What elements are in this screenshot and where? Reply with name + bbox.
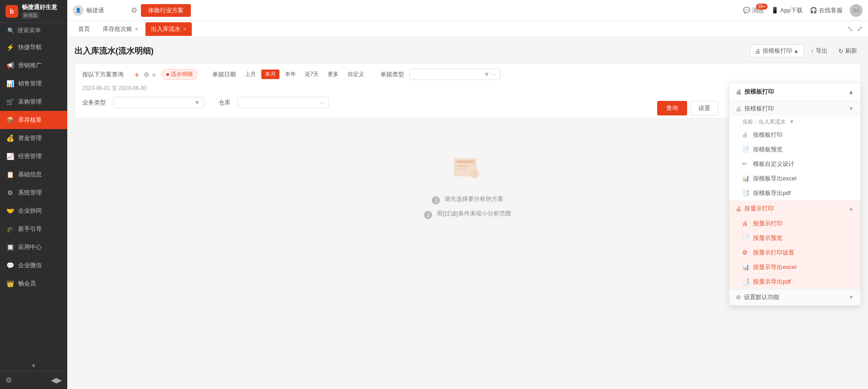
- export-btn[interactable]: ↑ 导出: [808, 45, 832, 57]
- settings-bottom-icon[interactable]: ⚙: [5, 376, 12, 384]
- dp-current-arrow: ▼: [789, 119, 794, 125]
- dp-template-preview-item[interactable]: 📄 按模板预览: [729, 142, 860, 157]
- dp-display-excel-item[interactable]: 📊 按显示导出excel: [729, 260, 860, 274]
- sidebar-item-label: 经营管理: [18, 152, 42, 160]
- dp-display-preview-item[interactable]: 📄 按显示预览: [729, 231, 860, 245]
- dp-template-design-item[interactable]: ✏ 模板自定义设计: [729, 157, 860, 171]
- sidebar-item-label: 企业微信: [18, 261, 42, 269]
- sidebar-item-inventory[interactable]: 📦 库存核算: [0, 111, 67, 129]
- dp-template-pdf-item[interactable]: 📑 按模板导出pdf: [729, 186, 860, 200]
- dp-display-settings-item[interactable]: ⚙ 按显示打印设置: [729, 245, 860, 260]
- message-badge: 99+: [756, 4, 768, 10]
- sidebar-item-basic-info[interactable]: 📋 基础信息: [0, 165, 67, 184]
- doc-type-select[interactable]: ▼ ···: [409, 69, 500, 80]
- sidebar-item-app-center[interactable]: 🔲 应用中心: [0, 238, 67, 256]
- date-7days[interactable]: 近7天: [301, 70, 323, 79]
- sidebar-item-label: 系统管理: [18, 189, 42, 197]
- dp-template-label: 🖨 按模板打印: [736, 105, 774, 113]
- sidebar-item-finance[interactable]: 💰 资金管理: [0, 129, 67, 147]
- inventory-icon: 📦: [5, 115, 15, 125]
- sidebar-item-tutorial[interactable]: 🎓 新手引导: [0, 220, 67, 238]
- filter-tag-chip[interactable]: 流水明细: [161, 69, 198, 80]
- dp-display-print-item[interactable]: 🖨 按显示打印: [729, 216, 860, 231]
- sidebar-item-enterprise[interactable]: 🤝 企业协同: [0, 202, 67, 220]
- date-more[interactable]: 更多: [324, 70, 342, 79]
- dp-template-print-item[interactable]: 🖨 按模板打印: [729, 128, 860, 142]
- empty-hint-1-row: 1 请先选择要分析的方案: [432, 195, 504, 206]
- sidebar-item-system[interactable]: ⚙ 系统管理: [0, 184, 67, 202]
- restore-icon[interactable]: ⤡: [847, 25, 853, 33]
- topbar: 👤 畅捷通 ⚙ 体验行业方案 💬 消息 99+ 📱 App下载 🎧 在线客服 R…: [67, 0, 868, 21]
- warehouse-select[interactable]: ···: [238, 97, 329, 108]
- purchase-icon: 🛒: [5, 97, 15, 106]
- hint-number-1: 1: [432, 196, 440, 204]
- refresh-btn[interactable]: ↻ 刷新: [835, 45, 861, 57]
- app-download-btn[interactable]: 📱 App下载: [771, 6, 803, 15]
- sidebar-item-purchase[interactable]: 🛒 采购管理: [0, 93, 67, 111]
- date-this-month[interactable]: 本月: [261, 70, 279, 79]
- tab-close-inout[interactable]: ×: [183, 26, 186, 32]
- date-custom[interactable]: 自定义: [344, 70, 368, 79]
- sidebar-item-sales[interactable]: 📊 销售管理: [0, 75, 67, 93]
- filter-settings-icon[interactable]: ⚙: [144, 71, 150, 78]
- sidebar-item-marketing[interactable]: 📢 营销推广: [0, 56, 67, 75]
- dp-section-template-header[interactable]: 🖨 按模板打印 ▼: [729, 101, 860, 116]
- dp-close-btn[interactable]: ▲: [848, 89, 854, 95]
- display-preview-icon: 📄: [742, 234, 749, 242]
- date-last-month[interactable]: 上月: [241, 70, 259, 79]
- user-avatar-btn[interactable]: Rit: [850, 4, 863, 17]
- display-settings-icon: ⚙: [742, 249, 749, 256]
- message-icon: 💬: [743, 7, 750, 14]
- template-pdf-icon: 📑: [742, 190, 749, 197]
- warehouse-more-icon[interactable]: ···: [319, 99, 324, 106]
- settings-btn[interactable]: 设置: [691, 101, 718, 115]
- app-brand: 畅捷通好生意 标准版: [22, 4, 57, 19]
- hint-number-2: 2: [424, 211, 432, 219]
- user-avatar-small: 👤: [73, 5, 84, 16]
- sidebar-search[interactable]: 🔍 搜索菜单: [0, 23, 67, 38]
- topbar-username: 畅捷通: [86, 6, 104, 15]
- display-print-icon: 🖨: [742, 220, 749, 227]
- tab-close-batch[interactable]: ×: [135, 26, 138, 32]
- sidebar-item-operations[interactable]: 📈 经营管理: [0, 147, 67, 165]
- trial-btn[interactable]: 体验行业方案: [141, 4, 191, 17]
- sidebar-nav: ⚡ 快捷导航 📢 营销推广 📊 销售管理 🛒 采购管理 📦 库存核算 💰 资金管…: [0, 38, 67, 361]
- filter-collapse-icon[interactable]: «: [152, 71, 156, 78]
- tab-batch-account[interactable]: 库存批次账 ×: [97, 22, 144, 36]
- tab-inout-flow[interactable]: 出入库流水 ×: [145, 22, 192, 36]
- dp-default-label: ⚙ 设置默认功能: [736, 293, 779, 301]
- sidebar-scroll-down[interactable]: ▼: [0, 361, 67, 371]
- dp-display-pdf-item[interactable]: 📑 按显示导出pdf: [729, 274, 860, 289]
- message-btn[interactable]: 💬 消息 99+: [743, 6, 764, 15]
- sidebar-item-quick-nav[interactable]: ⚡ 快捷导航: [0, 38, 67, 56]
- dp-template-excel-item[interactable]: 📊 按模板导出excel: [729, 171, 860, 186]
- tab-home[interactable]: 首页: [73, 22, 95, 36]
- svg-text:?: ?: [473, 171, 476, 178]
- date-this-year[interactable]: 本年: [281, 70, 299, 79]
- collapse-sidebar-icon[interactable]: ◀▶: [51, 376, 62, 384]
- filter-add-btn[interactable]: ＋: [133, 69, 141, 80]
- query-btn[interactable]: 查询: [657, 101, 687, 115]
- refresh-icon: ↻: [838, 48, 843, 55]
- doc-type-more-icon[interactable]: ···: [492, 71, 497, 78]
- sidebar-item-label: 资金管理: [18, 134, 42, 142]
- headset-icon: 🎧: [810, 7, 817, 14]
- page-content: 出入库流水(流水明细) 🖨 按模板打印 ▲ ↑ 导出 ↻ 刷新: [67, 37, 868, 389]
- sidebar-item-membership[interactable]: 👑 畅会员: [0, 274, 67, 293]
- sidebar-item-label: 企业协同: [18, 207, 42, 215]
- template-print-icon: 🖨: [742, 131, 749, 139]
- biz-type-select[interactable]: ▼: [113, 97, 204, 108]
- dp-section-display-header[interactable]: 🖨 按显示打印 ▲: [729, 201, 860, 216]
- print-template-btn[interactable]: 🖨 按模板打印 ▲: [750, 45, 804, 57]
- dp-section-default-header[interactable]: ⚙ 设置默认功能 ▼: [729, 289, 860, 305]
- dp-template-arrow: ▼: [848, 105, 854, 112]
- maximize-icon[interactable]: ⤢: [857, 25, 863, 33]
- sidebar-logo: b 畅捷通好生意 标准版: [0, 0, 67, 23]
- topbar-gear-icon[interactable]: ⚙: [131, 6, 137, 15]
- sidebar-item-label: 营销推广: [18, 61, 42, 70]
- warehouse-label: 仓库: [219, 99, 230, 107]
- template-excel-icon: 📊: [742, 175, 749, 182]
- sidebar-item-enterprise-wx[interactable]: 💬 企业微信: [0, 256, 67, 274]
- online-service-btn[interactable]: 🎧 在线客服: [810, 6, 843, 15]
- empty-hint-1: 请先选择要分析的方案: [444, 195, 504, 203]
